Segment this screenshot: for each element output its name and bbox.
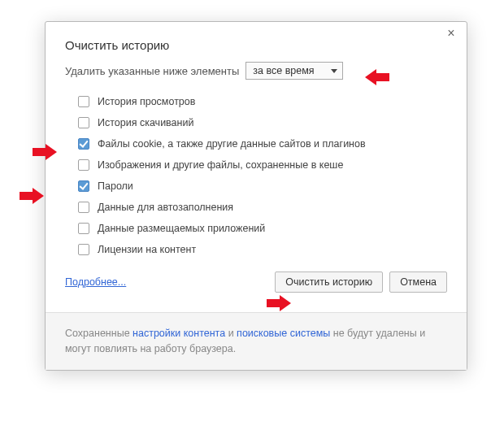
checkbox[interactable] <box>78 180 89 192</box>
action-row: Подробнее... Очистить историю Отмена <box>46 265 467 312</box>
footer-text: Сохраненные <box>65 328 133 339</box>
checkbox[interactable] <box>78 202 89 213</box>
footer-text: и <box>225 328 237 339</box>
checkbox-label: Лицензии на контент <box>98 244 196 255</box>
checkbox[interactable] <box>78 117 89 128</box>
checkbox[interactable] <box>78 159 89 171</box>
list-item: Файлы cookie, а также другие данные сайт… <box>65 133 447 154</box>
prompt-row: Удалить указанные ниже элементы за все в… <box>46 62 467 88</box>
annotation-arrow-icon <box>20 188 46 204</box>
content-settings-link[interactable]: настройки контента <box>133 328 225 339</box>
dialog-title: Очистить историю <box>46 22 467 62</box>
checkbox-label: Пароли <box>98 180 133 192</box>
checkbox[interactable] <box>78 244 89 255</box>
checkbox-label: Данные для автозаполнения <box>98 202 233 213</box>
confirm-button[interactable]: Очистить историю <box>275 271 383 293</box>
close-icon[interactable]: × <box>444 27 458 41</box>
checkbox-label: История скачиваний <box>98 117 193 128</box>
clear-history-dialog: × Очистить историю Удалить указанные ниж… <box>45 21 467 371</box>
footer-note: Сохраненные настройки контента и поисков… <box>46 312 467 370</box>
time-range-dropdown[interactable]: за все время <box>245 62 343 80</box>
cancel-button[interactable]: Отмена <box>389 271 447 293</box>
search-engines-link[interactable]: поисковые системы <box>237 328 330 339</box>
checkbox-label: История просмотров <box>98 96 195 107</box>
checkbox-label: Изображения и другие файлы, сохраненные … <box>98 159 343 171</box>
checkbox[interactable] <box>78 138 89 150</box>
chevron-down-icon <box>331 69 337 73</box>
list-item: История просмотров <box>65 91 447 112</box>
checkbox[interactable] <box>78 96 89 107</box>
checkbox[interactable] <box>78 223 89 234</box>
list-item: Изображения и другие файлы, сохраненные … <box>65 154 447 176</box>
prompt-label: Удалить указанные ниже элементы <box>65 65 239 77</box>
list-item: История скачиваний <box>65 112 447 133</box>
learn-more-link[interactable]: Подробнее... <box>65 276 126 288</box>
list-item: Лицензии на контент <box>65 239 447 260</box>
list-item: Данные размещаемых приложений <box>65 218 447 239</box>
checkbox-list: История просмотров История скачиваний Фа… <box>46 88 467 265</box>
list-item: Данные для автозаполнения <box>65 197 447 218</box>
checkbox-label: Данные размещаемых приложений <box>98 223 265 234</box>
list-item: Пароли <box>65 176 447 197</box>
checkbox-label: Файлы cookie, а также другие данные сайт… <box>98 138 366 150</box>
dropdown-selected: за все время <box>253 65 314 76</box>
